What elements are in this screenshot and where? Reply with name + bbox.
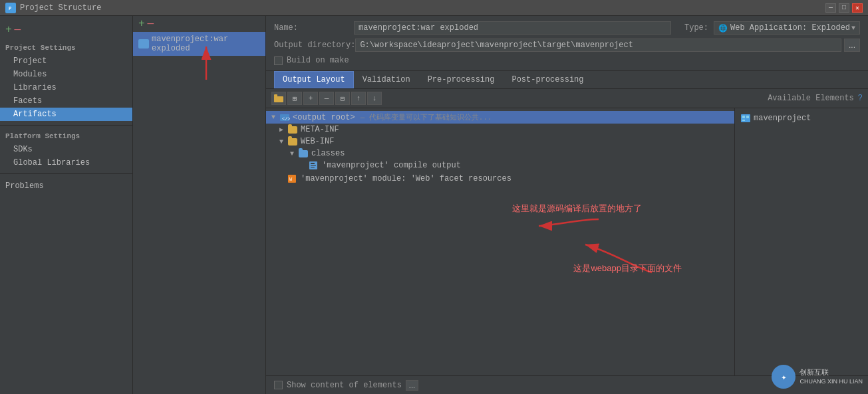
- svg-rect-9: [311, 167, 315, 168]
- tree-item-web-inf[interactable]: ▼ WEB-INF: [266, 136, 734, 148]
- artifact-item-icon: [138, 39, 149, 49]
- split-area: ▼ </> <output root> — 代码库变量可以下了基础知识公共...…: [266, 108, 868, 375]
- build-on-make-checkbox[interactable]: [274, 56, 283, 65]
- available-elements-label: Available Elements: [768, 94, 854, 103]
- tab-validation[interactable]: Validation: [354, 71, 419, 88]
- sidebar-item-modules[interactable]: Modules: [0, 68, 132, 81]
- content-area: Name: Type: 🌐 Web Application: Exploded …: [266, 16, 868, 394]
- sidebar-divider-2: [0, 173, 132, 174]
- close-button[interactable]: ✕: [852, 3, 863, 13]
- web-inf-label: WEB-INF: [301, 137, 334, 146]
- sidebar-item-libraries[interactable]: Libraries: [0, 81, 132, 94]
- window-controls: — □ ✕: [825, 3, 863, 13]
- toolbar-add-btn[interactable]: +: [303, 92, 318, 105]
- output-root-annotation: — 代码库变量可以下了基础知识公共...: [361, 112, 492, 122]
- title-bar: P Project Structure — □ ✕: [0, 0, 868, 16]
- artifact-item-label: mavenproject:war exploded: [152, 35, 260, 53]
- tree-item-web-resources[interactable]: ▶ W 'mavenproject' module: 'Web' facet r…: [266, 173, 734, 185]
- output-root-label: <output root>: [293, 113, 355, 122]
- artifact-add-button[interactable]: +: [138, 19, 145, 29]
- maximize-button[interactable]: □: [839, 3, 849, 13]
- help-icon[interactable]: ?: [858, 94, 863, 103]
- type-select-container[interactable]: 🌐 Web Application: Exploded ▼: [714, 21, 860, 35]
- window-title: Project Structure: [20, 3, 101, 13]
- sidebar-item-global-libraries[interactable]: Global Libraries: [0, 156, 132, 169]
- sidebar-add-btn[interactable]: +: [5, 24, 12, 36]
- tabs-row: Output Layout Validation Pre-processing …: [266, 71, 868, 89]
- toolbar-folder-btn[interactable]: [271, 92, 286, 105]
- type-dropdown-arrow[interactable]: ▼: [851, 25, 855, 32]
- output-layout-tree: ▼ </> <output root> — 代码库变量可以下了基础知识公共...…: [266, 108, 735, 375]
- bottom-dots-button[interactable]: ...: [406, 380, 418, 391]
- sidebar-item-facets[interactable]: Facets: [0, 94, 132, 108]
- middle-toolbar: ⊞ + — ⊟ ↑ ↓ Available Elements ?: [266, 89, 868, 108]
- tree-arrow-meta-inf: ▶: [279, 126, 287, 134]
- sidebar: + — Project Settings Project Modules Lib…: [0, 16, 133, 394]
- available-elements-panel: mavenproject: [735, 108, 868, 375]
- output-root-icon: </>: [279, 113, 290, 122]
- web-resources-label: 'mavenproject' module: 'Web' facet resou…: [301, 174, 511, 183]
- name-field-row: Name: Type: 🌐 Web Application: Exploded …: [274, 21, 860, 35]
- build-on-make-row: Build on make: [274, 56, 860, 65]
- minimize-button[interactable]: —: [825, 3, 836, 13]
- tree-item-classes[interactable]: ▼ classes: [266, 148, 734, 159]
- svg-rect-13: [742, 116, 745, 118]
- tree-arrow-output-root: ▼: [271, 114, 279, 121]
- tab-post-processing[interactable]: Post-processing: [503, 71, 592, 88]
- tab-output-layout[interactable]: Output Layout: [274, 71, 354, 88]
- tree-item-output-root[interactable]: ▼ </> <output root> — 代码库变量可以下了基础知识公共...: [266, 111, 734, 124]
- meta-inf-label: META-INF: [301, 125, 339, 134]
- web-resources-icon: W: [287, 174, 298, 183]
- output-dir-row: Output directory: ...: [274, 39, 860, 52]
- show-content-checkbox[interactable]: [274, 381, 283, 389]
- tree-arrow-classes: ▼: [290, 150, 298, 157]
- tree-item-meta-inf[interactable]: ▶ META-INF: [266, 124, 734, 136]
- output-dir-input[interactable]: [355, 39, 841, 52]
- toolbar-grid-btn[interactable]: ⊞: [287, 92, 302, 105]
- artifact-list-item[interactable]: mavenproject:war exploded: [133, 32, 265, 56]
- toolbar-down-btn[interactable]: ↓: [367, 92, 382, 105]
- sidebar-divider: [0, 125, 132, 126]
- sidebar-item-sdks[interactable]: SDKs: [0, 143, 132, 156]
- build-on-make-label: Build on make: [287, 56, 349, 65]
- show-content-label: Show content of elements: [287, 381, 402, 390]
- top-fields: Name: Type: 🌐 Web Application: Exploded …: [266, 16, 868, 71]
- main-container: + — Project Settings Project Modules Lib…: [0, 16, 868, 394]
- toolbar-remove-btn[interactable]: ⊟: [335, 92, 350, 105]
- artifact-remove-button[interactable]: —: [148, 19, 154, 29]
- output-dir-browse-button[interactable]: ...: [844, 39, 860, 52]
- tree-item-compile-output[interactable]: ▶ 'mavenproject' compile output: [266, 159, 734, 171]
- svg-text:</>: </>: [282, 116, 290, 122]
- svg-rect-14: [746, 116, 749, 118]
- svg-rect-12: [741, 114, 750, 122]
- svg-rect-3: [274, 94, 277, 97]
- sidebar-remove-btn[interactable]: —: [15, 24, 21, 36]
- project-settings-label: Project Settings: [0, 41, 132, 54]
- toolbar-up-btn[interactable]: ↑: [351, 92, 366, 105]
- right-panel-item-mavenproject[interactable]: mavenproject: [735, 111, 868, 126]
- right-panel-item-label: mavenproject: [754, 114, 811, 123]
- platform-settings-label: Platform Settings: [0, 130, 132, 143]
- name-label: Name:: [274, 23, 354, 33]
- compile-output-icon: [309, 161, 319, 170]
- classes-folder-icon: [298, 149, 309, 158]
- artifact-toolbar: + —: [133, 16, 265, 32]
- toolbar-minus-btn[interactable]: —: [319, 92, 334, 105]
- meta-inf-folder-icon: [287, 125, 298, 134]
- tab-pre-processing[interactable]: Pre-processing: [419, 71, 504, 88]
- svg-rect-15: [742, 120, 745, 121]
- sidebar-item-artifacts[interactable]: Artifacts: [0, 108, 132, 121]
- app-icon: P: [5, 3, 16, 13]
- type-icon: 🌐: [718, 24, 728, 33]
- tree-arrow-web-inf: ▼: [279, 138, 287, 146]
- type-field: 🌐 Web Application: Exploded ▼: [714, 21, 860, 35]
- bottom-bar: Show content of elements ...: [266, 375, 868, 394]
- type-value: Web Application: Exploded: [730, 23, 851, 33]
- sidebar-item-problems[interactable]: Problems: [0, 179, 132, 193]
- sidebar-item-project[interactable]: Project: [0, 54, 132, 68]
- compile-output-label: 'mavenproject' compile output: [322, 161, 461, 170]
- output-dir-label: Output directory:: [274, 41, 355, 50]
- web-inf-folder-icon: [287, 137, 298, 146]
- name-input[interactable]: [354, 21, 671, 35]
- svg-rect-2: [274, 96, 283, 102]
